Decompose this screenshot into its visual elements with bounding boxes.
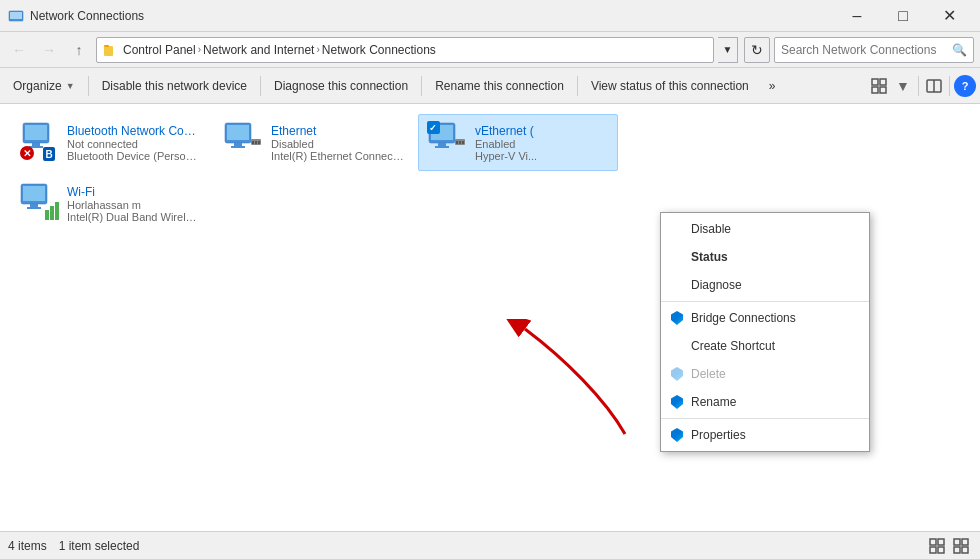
connection-bluetooth[interactable]: ✕ B Bluetooth Network Connection Not con…	[10, 114, 210, 171]
path-dropdown[interactable]: ▼	[718, 37, 738, 63]
svg-rect-30	[435, 146, 449, 148]
ctx-rename-label: Rename	[691, 395, 736, 409]
svg-rect-49	[954, 539, 960, 545]
path-network-connections: Network Connections	[322, 43, 436, 57]
delete-shield-icon	[669, 366, 685, 382]
svg-rect-3	[104, 46, 113, 56]
connection-device-wifi: Intel(R) Dual Band Wireless-A...	[67, 211, 201, 223]
connection-wifi[interactable]: Wi-Fi Horlahassan m Intel(R) Dual Band W…	[10, 175, 210, 232]
svg-rect-6	[880, 79, 886, 85]
ctx-status[interactable]: Status	[661, 243, 869, 271]
svg-rect-42	[50, 206, 54, 220]
bluetooth-network-icon: ✕ B	[19, 121, 59, 161]
connection-device-eth: Intel(R) Ethernet Connection I...	[271, 150, 405, 162]
connection-ethernet[interactable]: Ethernet Disabled Intel(R) Ethernet Conn…	[214, 114, 414, 171]
ctx-bridge[interactable]: Bridge Connections	[661, 304, 869, 332]
address-path[interactable]: Control Panel › Network and Internet › N…	[96, 37, 714, 63]
more-button[interactable]: »	[760, 72, 785, 100]
svg-rect-1	[10, 12, 22, 19]
toolbar-sep-4	[577, 76, 578, 96]
connection-status-wifi: Horlahassan m	[67, 199, 201, 211]
connection-status-eth: Disabled	[271, 138, 405, 150]
svg-rect-20	[227, 125, 249, 140]
connection-icon-wrap-eth	[223, 121, 263, 164]
svg-text:B: B	[45, 149, 52, 160]
minimize-button[interactable]: –	[834, 0, 880, 32]
search-input[interactable]	[781, 43, 952, 57]
search-box[interactable]: 🔍	[774, 37, 974, 63]
help-button[interactable]: ?	[954, 75, 976, 97]
shortcut-icon	[669, 338, 685, 354]
ctx-properties[interactable]: Properties	[661, 421, 869, 449]
svg-text:✕: ✕	[23, 148, 31, 159]
svg-rect-41	[45, 210, 49, 220]
close-button[interactable]: ✕	[926, 0, 972, 32]
status-view-list[interactable]	[950, 535, 972, 557]
ctx-bridge-label: Bridge Connections	[691, 311, 796, 325]
svg-text:✓: ✓	[429, 123, 437, 133]
connection-info-wifi: Wi-Fi Horlahassan m Intel(R) Dual Band W…	[67, 185, 201, 223]
ctx-status-label: Status	[691, 250, 728, 264]
connection-status: Not connected	[67, 138, 201, 150]
path-sep-1: ›	[198, 44, 201, 55]
file-area[interactable]: ✕ B Bluetooth Network Connection Not con…	[0, 104, 980, 531]
connection-name: Bluetooth Network Connection	[67, 124, 201, 138]
preview-pane-button[interactable]	[923, 75, 945, 97]
disable-button[interactable]: Disable this network device	[93, 72, 256, 100]
svg-rect-12	[25, 125, 47, 140]
ctx-disable-label: Disable	[691, 222, 731, 236]
svg-rect-25	[255, 141, 257, 144]
connection-device-veth: Hyper-V Vi...	[475, 150, 609, 162]
connection-icon-wrap-wifi	[19, 182, 59, 225]
ctx-sep-1	[661, 301, 869, 302]
svg-rect-43	[55, 202, 59, 220]
connection-status-veth: Enabled	[475, 138, 609, 150]
wifi-icon	[19, 182, 59, 222]
svg-rect-8	[880, 87, 886, 93]
diagnose-button[interactable]: Diagnose this connection	[265, 72, 417, 100]
ctx-shortcut[interactable]: Create Shortcut	[661, 332, 869, 360]
back-button[interactable]: ←	[6, 37, 32, 63]
ctx-disable[interactable]: Disable	[661, 215, 869, 243]
svg-rect-29	[438, 143, 446, 146]
ctx-delete-label: Delete	[691, 367, 726, 381]
connection-vethernet[interactable]: ✓ vEthernet ( Enabled Hyper-V Vi...	[418, 114, 618, 171]
status-right	[926, 535, 972, 557]
svg-rect-26	[258, 141, 260, 144]
up-button[interactable]: ↑	[66, 37, 92, 63]
connection-name-veth: vEthernet (	[475, 124, 609, 138]
rename-button[interactable]: Rename this connection	[426, 72, 573, 100]
svg-rect-21	[234, 143, 242, 146]
search-icon: 🔍	[952, 43, 967, 57]
ctx-sep-2	[661, 418, 869, 419]
svg-rect-32	[456, 141, 458, 144]
organize-button[interactable]: Organize ▼	[4, 72, 84, 100]
view-dropdown-button[interactable]: ▼	[892, 75, 914, 97]
address-bar: ← → ↑ Control Panel › Network and Intern…	[0, 32, 980, 68]
connection-icon-wrap: ✕ B	[19, 121, 59, 164]
toolbar: Organize ▼ Disable this network device D…	[0, 68, 980, 104]
toolbar-sep-2	[260, 76, 261, 96]
ctx-shortcut-label: Create Shortcut	[691, 339, 775, 353]
forward-button[interactable]: →	[36, 37, 62, 63]
svg-rect-2	[13, 19, 19, 21]
view-options-button[interactable]	[868, 75, 890, 97]
view-status-button[interactable]: View status of this connection	[582, 72, 758, 100]
selected-count: 1 item selected	[59, 539, 140, 553]
disable-icon	[669, 221, 685, 237]
svg-rect-4	[104, 45, 109, 47]
svg-rect-52	[962, 547, 968, 553]
vethernet-icon: ✓	[427, 121, 467, 161]
ctx-rename[interactable]: Rename	[661, 388, 869, 416]
svg-rect-34	[462, 141, 464, 144]
status-view-grid[interactable]	[926, 535, 948, 557]
path-network-internet: Network and Internet	[203, 43, 314, 57]
svg-rect-5	[872, 79, 878, 85]
maximize-button[interactable]: □	[880, 0, 926, 32]
refresh-button[interactable]: ↻	[744, 37, 770, 63]
ethernet-icon	[223, 121, 263, 161]
title-bar: Network Connections – □ ✕	[0, 0, 980, 32]
ctx-diagnose[interactable]: Diagnose	[661, 271, 869, 299]
bridge-shield-icon	[669, 310, 685, 326]
svg-rect-7	[872, 87, 878, 93]
